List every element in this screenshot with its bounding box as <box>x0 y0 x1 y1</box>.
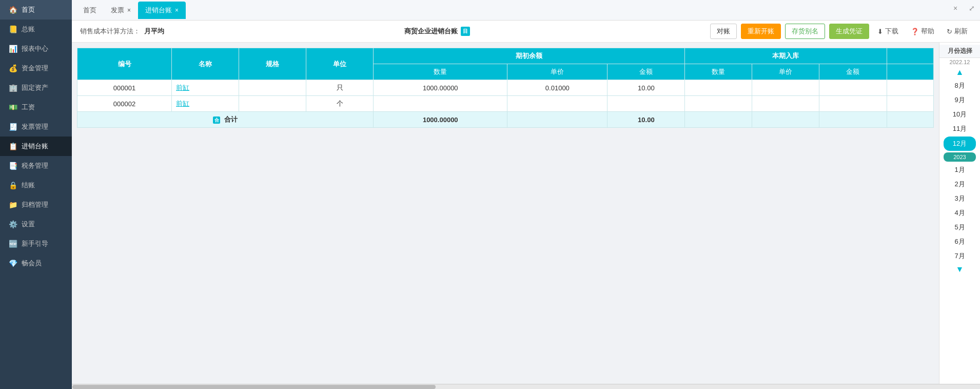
cell-in-qty-1 <box>685 96 752 112</box>
sidebar-item-assets[interactable]: 🏢 固定资产 <box>0 78 72 98</box>
month-item-10[interactable]: 10月 <box>939 107 980 122</box>
maximize-window-button[interactable]: ⤢ <box>964 0 980 16</box>
month-item-4[interactable]: 4月 <box>939 206 980 220</box>
sidebar: 🏠 首页 📒 总账 📊 报表中心 💰 资金管理 🏢 固定资产 💵 工资 🧾 发票… <box>0 0 72 389</box>
col-header-extra <box>887 48 933 64</box>
cost-method-label: 销售成本计算方法： <box>80 27 140 36</box>
download-icon: ⬇ <box>877 28 883 35</box>
salary-icon: 💵 <box>8 103 17 111</box>
month-item-11[interactable]: 11月 <box>939 122 980 136</box>
total-row: 合 合计 1000.00000 10.00 <box>77 112 934 128</box>
total-opening-qty: 1000.00000 <box>374 112 507 128</box>
ledger-icon: 📒 <box>8 25 17 33</box>
total-opening-amount: 10.00 <box>607 112 685 128</box>
sidebar-item-funds[interactable]: 💰 资金管理 <box>0 59 72 78</box>
month-panel-title: 月份选择 <box>939 45 980 58</box>
col-sub-opening-amount: 金额 <box>607 64 685 80</box>
cell-spec-0 <box>239 80 306 96</box>
col-header-current-in: 本期入库 <box>685 48 887 64</box>
sidebar-item-archive[interactable]: 📁 归档管理 <box>0 195 72 215</box>
sidebar-item-guide[interactable]: 🆕 新手引导 <box>0 234 72 254</box>
scroll-thumb <box>72 385 436 389</box>
sidebar-item-invoice-mgmt[interactable]: 🧾 发票管理 <box>0 117 72 137</box>
funds-icon: 💰 <box>8 64 17 72</box>
col-header-spec: 规格 <box>239 48 306 80</box>
window-controls: × ⤢ <box>947 0 980 16</box>
col-sub-opening-price: 单价 <box>507 64 607 80</box>
vip-icon: 💎 <box>8 259 17 267</box>
main-area: × ⤢ 首页 发票 × 进销台账 × 销售成本计算方法： 月平均 商贸企业进销台… <box>72 0 980 389</box>
table-row[interactable]: 000001 前缸 只 1000.00000 0.01000 10.00 <box>77 80 934 96</box>
col-header-period-opening: 期初余额 <box>374 48 685 64</box>
scroll-track[interactable] <box>72 384 980 389</box>
month-item-6[interactable]: 6月 <box>939 235 980 249</box>
month-item-9[interactable]: 9月 <box>939 93 980 107</box>
reopen-button[interactable]: 重新开账 <box>741 24 781 39</box>
tab-invoice-close[interactable]: × <box>127 7 131 14</box>
tab-purchase-sales-close[interactable]: × <box>175 7 179 14</box>
month-item-5[interactable]: 5月 <box>939 220 980 235</box>
generate-voucher-button[interactable]: 生成凭证 <box>829 24 869 39</box>
month-item-8[interactable]: 8月 <box>939 79 980 93</box>
sidebar-item-ledger[interactable]: 📒 总账 <box>0 20 72 39</box>
cell-unit-1: 个 <box>306 96 374 112</box>
month-item-7[interactable]: 7月 <box>939 249 980 263</box>
sidebar-item-tax[interactable]: 📑 税务管理 <box>0 156 72 176</box>
title-info-icon[interactable]: 目 <box>461 27 470 36</box>
tabs-bar: 首页 发票 × 进销台账 × <box>72 0 980 21</box>
cell-opening-qty-0: 1000.00000 <box>374 80 507 96</box>
month-panel-year-2022: 2022.12 <box>939 58 980 66</box>
cell-name-0: 前缸 <box>172 80 239 96</box>
month-nav-down[interactable]: ▼ <box>939 263 980 276</box>
assets-icon: 🏢 <box>8 84 17 92</box>
cell-in-price-0 <box>752 80 819 96</box>
sidebar-item-salary[interactable]: 💵 工资 <box>0 98 72 117</box>
guide-icon: 🆕 <box>8 240 17 248</box>
cell-opening-price-1 <box>507 96 607 112</box>
month-item-2[interactable]: 2月 <box>939 177 980 191</box>
cell-in-amount-0 <box>819 80 887 96</box>
reconcile-button[interactable]: 对账 <box>710 24 737 39</box>
tab-invoice[interactable]: 发票 × <box>104 2 138 19</box>
month-nav-up[interactable]: ▲ <box>939 66 980 79</box>
cell-opening-qty-1 <box>374 96 507 112</box>
table-area[interactable]: 编号 名称 规格 单位 期初余额 本期入库 数量 单价 金额 数量 单价 <box>72 43 939 384</box>
total-icon: 合 <box>213 116 220 124</box>
cost-method-value: 月平均 <box>144 27 164 36</box>
close-accounts-icon: 🔒 <box>8 181 17 189</box>
sidebar-item-home[interactable]: 🏠 首页 <box>0 0 72 20</box>
help-button[interactable]: ❓ 帮助 <box>907 25 938 38</box>
purchase-sales-icon: 📋 <box>8 142 17 150</box>
close-window-button[interactable]: × <box>947 0 964 16</box>
table-row[interactable]: 000002 前缸 个 <box>77 96 934 112</box>
cell-opening-amount-0: 10.00 <box>607 80 685 96</box>
cell-opening-amount-1 <box>607 96 685 112</box>
cell-in-price-1 <box>752 96 819 112</box>
month-item-3[interactable]: 3月 <box>939 191 980 206</box>
sidebar-item-vip[interactable]: 💎 畅会员 <box>0 254 72 273</box>
archive-icon: 📁 <box>8 201 17 209</box>
cell-opening-price-0: 0.01000 <box>507 80 607 96</box>
home-icon: 🏠 <box>8 6 17 14</box>
col-header-name: 名称 <box>172 48 239 80</box>
refresh-button[interactable]: ↻ 刷新 <box>943 25 972 38</box>
cell-in-qty-0 <box>685 80 752 96</box>
sidebar-item-reports[interactable]: 📊 报表中心 <box>0 39 72 59</box>
top-controls: 销售成本计算方法： 月平均 商贸企业进销台账 目 对账 重新开账 存货别名 生成… <box>72 21 980 43</box>
sidebar-item-purchase-sales[interactable]: 📋 进销台账 <box>0 137 72 156</box>
month-item-12[interactable]: 12月 <box>944 137 976 151</box>
col-sub-extra <box>887 64 933 80</box>
page-title: 商贸企业进销台账 目 <box>404 27 470 36</box>
tab-home[interactable]: 首页 <box>76 2 104 19</box>
col-sub-opening-qty: 数量 <box>374 64 507 80</box>
sidebar-item-settings[interactable]: ⚙️ 设置 <box>0 215 72 234</box>
tab-purchase-sales[interactable]: 进销台账 × <box>138 2 186 19</box>
sidebar-item-close[interactable]: 🔒 结账 <box>0 176 72 195</box>
cell-code-0: 000001 <box>77 80 172 96</box>
month-item-1[interactable]: 1月 <box>939 163 980 177</box>
total-label: 合 合计 <box>77 112 374 128</box>
download-button[interactable]: ⬇ 下载 <box>873 25 903 38</box>
month-panel: 月份选择 2022.12 ▲ 8月 9月 10月 11月 12月 2023 1月… <box>939 43 980 384</box>
save-alias-button[interactable]: 存货别名 <box>785 24 825 39</box>
col-sub-in-amount: 金额 <box>819 64 887 80</box>
